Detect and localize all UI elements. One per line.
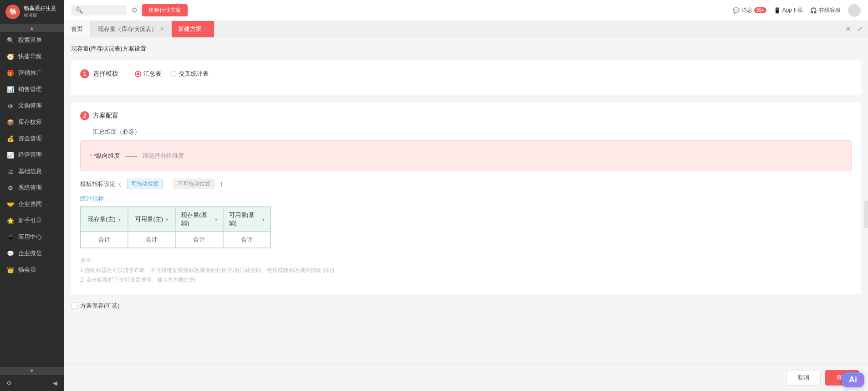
collapse-footer-icon[interactable]: ◀	[53, 380, 57, 386]
message-icon: 💬	[733, 7, 740, 14]
sidebar-label-basic: 基础信息	[18, 167, 42, 175]
brand-version: 标准版	[24, 12, 56, 19]
system-icon: ⚙	[6, 184, 15, 192]
sidebar-item-operation[interactable]: 📈 经营管理	[0, 147, 64, 163]
radio-crosstab-label: 交叉统计表	[179, 70, 209, 78]
message-badge: 99+	[754, 7, 766, 13]
save-option-row: 方案保存(可选)	[71, 302, 861, 310]
indicator-setting-prefix: 模板指标设定（	[80, 180, 122, 188]
new-plan-tab-label: 新建方案	[178, 25, 202, 33]
topbar-gear-icon[interactable]: ⚙	[131, 6, 138, 15]
page-title: 现存量(库存状况表)方案设置	[71, 45, 861, 53]
sidebar-nav: 🔍 搜索菜单 🧭 快捷导航 🎁 营销推广 📊 销售管理 🛍 采购管理 📦 库存核…	[0, 32, 64, 367]
search-menu-icon: 🔍	[6, 36, 15, 44]
main-area: 🔍 ⚙ 体验行业方案 💬 消息 99+ 📱 App下载 🎧 在线客服	[64, 0, 868, 391]
sidebar-item-guide[interactable]: 🌟 新手引导	[0, 212, 64, 229]
dimension-box[interactable]: * *纵向维度 —— 请选择分组维度	[80, 140, 852, 171]
ai-badge[interactable]: Ai	[842, 372, 864, 387]
dimension-placeholder: 请选择分组维度	[143, 152, 184, 160]
topbar: 🔍 ⚙ 体验行业方案 💬 消息 99+ 📱 App下载 🎧 在线客服	[64, 0, 868, 21]
stats-col-3-chevron[interactable]: ▾	[215, 217, 217, 222]
tab-home[interactable]: 首页	[64, 21, 91, 37]
cancel-button[interactable]: 取消	[786, 370, 821, 386]
sidebar-item-purchase[interactable]: 🛍 采购管理	[0, 98, 64, 114]
minimize-icon[interactable]: ✕	[843, 23, 853, 35]
dimension-dash: ——	[125, 153, 137, 159]
stats-col-1-header[interactable]: 现存量(主) ▾	[81, 207, 128, 232]
radio-crosstab[interactable]: 交叉统计表	[170, 70, 209, 78]
new-plan-tab-close[interactable]: ✕	[204, 26, 208, 32]
message-item[interactable]: 💬 消息 99+	[733, 6, 766, 14]
sidebar-item-marketing[interactable]: 🎁 营销推广	[0, 65, 64, 81]
stats-col-2-header[interactable]: 可用量(主) ▾	[128, 207, 175, 232]
sidebar-label-operation: 经营管理	[18, 151, 42, 159]
save-option-label: 方案保存(可选)	[80, 302, 120, 310]
step2-badge: 2	[80, 111, 89, 120]
save-checkbox[interactable]	[71, 303, 77, 309]
search-input[interactable]	[86, 7, 122, 14]
marketing-icon: 🎁	[6, 69, 15, 77]
tip-2: 2. 点击标题栏下拉可设置排序、插入列和删除列	[80, 275, 852, 285]
step2-header: 2 方案配置	[80, 111, 852, 120]
home-tab-label: 首页	[71, 25, 83, 33]
sidebar-scroll-up[interactable]: ▲	[0, 24, 64, 32]
app-download-item[interactable]: 📱 App下载	[774, 6, 803, 14]
sidebar-label-guide: 新手引导	[18, 216, 42, 225]
trial-industry-button[interactable]: 体验行业方案	[142, 4, 188, 16]
stats-col-2-label: 可用量(主)	[135, 215, 163, 223]
sales-icon: 📊	[6, 85, 15, 93]
brand-name: 畅赢通好生意	[24, 5, 56, 12]
sidebar-item-inventory[interactable]: 📦 库存核算	[0, 114, 64, 130]
tab-inventory-status[interactable]: 现存量（库存状况表） ✕	[91, 21, 172, 37]
footer-spacer	[71, 315, 861, 343]
purchase-icon: 🛍	[6, 102, 15, 110]
stats-col-2-chevron[interactable]: ▾	[166, 217, 168, 222]
stats-col-4-header[interactable]: 可用量(基辅) ▾	[223, 207, 271, 232]
settings-footer-icon[interactable]: ⚙	[6, 380, 12, 386]
shortcut-icon: 🧭	[6, 52, 15, 61]
sidebar-item-search[interactable]: 🔍 搜索菜单	[0, 32, 64, 48]
cooperation-icon: 🤝	[6, 200, 15, 208]
dimension-required-star: *	[90, 153, 92, 159]
topbar-search-box[interactable]: 🔍	[71, 5, 127, 15]
sidebar-label-cooperation: 企业协同	[18, 200, 42, 208]
tab-new-plan[interactable]: 新建方案 ✕	[172, 21, 214, 37]
sidebar-item-sales[interactable]: 📊 销售管理	[0, 81, 64, 98]
inventory-status-tab-close[interactable]: ✕	[160, 26, 164, 32]
operation-icon: 📈	[6, 151, 15, 159]
sidebar-item-shortcut[interactable]: 🧭 快捷导航	[0, 48, 64, 65]
sidebar-item-finance[interactable]: 💰 资金管理	[0, 130, 64, 147]
radio-summary[interactable]: 汇总表	[135, 70, 161, 78]
stats-col-1-chevron[interactable]: ▾	[118, 217, 121, 222]
sidebar-item-cooperation[interactable]: 🤝 企业协同	[0, 196, 64, 212]
step1-title: 选择模板	[93, 70, 118, 78]
sidebar-item-basic[interactable]: 🗂 基础信息	[0, 163, 64, 180]
sidebar-scroll-down[interactable]: ▼	[0, 367, 64, 375]
online-service-item[interactable]: 🎧 在线客服	[810, 6, 841, 14]
member-icon: 👑	[6, 266, 15, 274]
topbar-right: 💬 消息 99+ 📱 App下载 🎧 在线客服	[733, 4, 861, 17]
wechat-icon: 💬	[6, 249, 15, 257]
sidebar-item-apps[interactable]: 📱 应用中心	[0, 229, 64, 245]
sidebar-item-system[interactable]: ⚙ 系统管理	[0, 180, 64, 196]
stats-col-1-label: 现存量(主)	[88, 215, 116, 223]
tabs-bar: 首页 现存量（库存状况表） ✕ 新建方案 ✕ ✕ ⤢	[64, 21, 868, 37]
sidebar-label-apps: 应用中心	[18, 233, 42, 241]
sidebar-item-member[interactable]: 👑 畅会员	[0, 262, 64, 278]
sidebar-item-wechat[interactable]: 💬 企业微信	[0, 245, 64, 262]
maximize-icon[interactable]: ⤢	[855, 23, 864, 35]
phone-icon: 📱	[774, 7, 781, 14]
apps-icon: 📱	[6, 233, 15, 241]
indicator-setting-suffix: ）	[220, 180, 226, 188]
tips-title: 提示：	[80, 257, 97, 263]
user-avatar[interactable]	[848, 4, 861, 17]
stats-col-4-chevron[interactable]: ▾	[262, 217, 265, 222]
inventory-icon: 📦	[6, 118, 15, 126]
tip-1: 1.拖动标题栏可以调整布局，不可跨维度或指标区域拖动栏目字段(只能在同一维度或指…	[80, 266, 852, 276]
indicator-setting-row: 模板指标设定（ 可拖动位置 不可拖动位置 ）	[80, 179, 852, 189]
topbar-left: 🔍 ⚙ 体验行业方案	[71, 4, 188, 16]
step2-title: 方案配置	[93, 112, 118, 120]
online-service-label: 在线客服	[819, 6, 841, 14]
right-scroll-handle[interactable]	[864, 201, 868, 228]
stats-col-3-header[interactable]: 现存量(基辅) ▾	[175, 207, 223, 232]
